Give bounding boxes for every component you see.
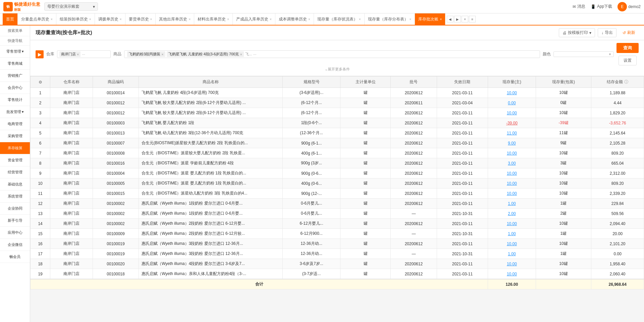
tab-cailiao[interactable]: 材料出库单历史×	[194, 13, 233, 25]
sidebar-item-ecommerce[interactable]: 电商管理	[0, 118, 30, 130]
close-icon[interactable]: ×	[359, 17, 361, 21]
cell-qty-main[interactable]: 10.00	[488, 148, 536, 158]
export-btn[interactable]: ↓ 导出	[598, 28, 616, 37]
nav-close-btn[interactable]: ×	[462, 16, 468, 22]
close-icon[interactable]: ×	[51, 17, 53, 21]
cell-qty-main[interactable]: 10.00	[488, 108, 536, 118]
cell-batch: 20200612	[391, 168, 437, 178]
close-icon[interactable]: ×	[150, 17, 152, 21]
sidebar-item-marketing[interactable]: 营销推广	[0, 70, 30, 82]
sidebar-item-operations[interactable]: 经营管理	[0, 166, 30, 178]
cell-expire: 2021-03-11	[437, 128, 488, 138]
cell-qty-main[interactable]: 11.00	[488, 128, 536, 138]
close-icon[interactable]: ×	[410, 17, 412, 21]
tab-yaohuo[interactable]: 要货单历史×	[125, 13, 156, 25]
close-icon[interactable]: ×	[189, 17, 191, 21]
workspace-selector[interactable]: 母婴行业演示账套 ▾	[44, 2, 98, 11]
cell-code: 00100014	[93, 88, 139, 98]
close-icon[interactable]: ×	[440, 17, 442, 21]
remove-warehouse-tag[interactable]: ×	[77, 52, 79, 56]
filter-ellipsis[interactable]: ···	[82, 52, 85, 56]
tab-home[interactable]: 首页	[3, 13, 18, 25]
cell-spec: 12-36月幼...	[282, 239, 340, 249]
cell-qty-main[interactable]: 10.00	[488, 269, 536, 279]
tab-xiancun-fenbiao[interactable]: 现存量（库存分布表）×	[365, 13, 415, 25]
cell-qty-main[interactable]: 1.00	[488, 249, 536, 259]
filter-expand-btn[interactable]: ▶	[36, 50, 44, 58]
tab-fenliangpandian[interactable]: 分量盘点单历史×	[18, 13, 56, 25]
close-icon[interactable]: ×	[308, 17, 310, 21]
tab-zuchaichu[interactable]: 组装拆卸单历史×	[56, 13, 95, 25]
color-filter-input[interactable]: ▾	[553, 51, 614, 57]
product-filter-more[interactable]: ···	[253, 52, 256, 56]
table-row: 10 南岸门店 00100005 合生元（BIOSTIME）派星 婴儿配方奶粉 …	[31, 178, 644, 189]
remove-product-tag-1[interactable]: ×	[161, 52, 163, 56]
tab-diaobo[interactable]: 调拨单历史×	[95, 13, 125, 25]
cell-qty-main[interactable]: 10.00	[488, 178, 536, 189]
nav-menu-btn[interactable]: ≡	[469, 16, 476, 22]
close-icon[interactable]: ×	[89, 17, 91, 21]
sidebar-item-basic-info[interactable]: 基础信息	[0, 178, 30, 191]
tab-chanpin[interactable]: 产成品入库单历史×	[233, 13, 275, 25]
cell-qty-main[interactable]: 10.00	[488, 239, 536, 249]
close-icon[interactable]: ×	[120, 17, 122, 21]
tab-chengben[interactable]: 成本调整单历史×	[275, 13, 314, 25]
setting-btn[interactable]: 设置	[619, 56, 637, 65]
product-filter-ellipsis[interactable]: 飞...	[245, 52, 252, 57]
cell-qty-main[interactable]: 0.00	[488, 98, 536, 108]
sidebar-item-guide[interactable]: 新手引导	[0, 215, 30, 227]
sidebar-item-purchase[interactable]: 采购管理	[0, 130, 30, 142]
cell-spec: (6-12个月...	[282, 108, 340, 118]
user-avatar-area[interactable]: E demo2	[618, 2, 641, 11]
app-download-btn[interactable]: 📱 App下载	[591, 4, 612, 9]
close-icon[interactable]: ×	[227, 17, 229, 21]
close-icon[interactable]: ×	[270, 17, 272, 21]
sidebar-item-wholesale[interactable]: 批发管理▾	[0, 106, 30, 118]
sidebar-item-retail-shop[interactable]: 零售商城	[0, 58, 30, 70]
cell-name: 飞鹤星飞帆 婴儿配方奶粉 1段	[139, 118, 283, 128]
sidebar-item-membership[interactable]: 畅会员	[0, 251, 30, 263]
cell-qty-main[interactable]: 9.00	[488, 138, 536, 148]
cell-qty-main[interactable]: 10.00	[488, 88, 536, 98]
cell-name: 惠氏启赋（Wyeth illuma）3段奶粉 爱尔兰进口 12-36月...	[139, 239, 283, 249]
cell-name: 惠氏启赋（Wyeth illuma）4段奶粉 爱尔兰进口 3-6岁及7...	[139, 259, 283, 269]
sidebar-item-members[interactable]: 会员中心	[0, 82, 30, 94]
cell-qty-main[interactable]: 1.00	[488, 199, 536, 209]
cell-qty-main[interactable]: 10.00	[488, 219, 536, 229]
sidebar-item-wechat[interactable]: 企业微信	[0, 239, 30, 251]
template-print-btn[interactable]: 🖨 按模板打印 ▾	[559, 28, 595, 37]
tab-pici[interactable]: 库存批次账×	[415, 13, 445, 25]
tab-qitachuku[interactable]: 其他出库单历史×	[156, 13, 194, 25]
nav-left-btn[interactable]: ◀	[447, 16, 453, 22]
cell-qty-main[interactable]: -39.00	[488, 118, 536, 128]
cell-qty-main[interactable]: 3.00	[488, 158, 536, 168]
cell-spec: 6-12月900...	[282, 229, 340, 239]
sidebar-item-retail-mgmt[interactable]: 零售管理▾	[0, 46, 30, 58]
nav-right-btn[interactable]: ▶	[454, 16, 461, 22]
remove-product-tag-2[interactable]: ×	[240, 52, 242, 56]
sidebar-item-retail-stats[interactable]: 零售统计	[0, 94, 30, 106]
tab-xiancun-zhuangkuang[interactable]: 现存量（库存状况表）×	[314, 13, 365, 25]
product-filter-input[interactable]: 飞鹤奶粉3段丙搪装 × 飞鹤星飞帆 儿童奶粉 4段(3-6岁适用) 700克 ×…	[124, 50, 540, 58]
sidebar-item-apps[interactable]: 应用中心	[0, 227, 30, 239]
sidebar-item-inventory[interactable]: 库存核算	[0, 142, 30, 154]
sidebar-item-nav[interactable]: 快捷导航	[0, 36, 30, 46]
cell-spec: 3-6岁及7岁...	[282, 259, 340, 269]
cell-qty-main[interactable]: 10.00	[488, 259, 536, 269]
sidebar-item-system[interactable]: 系统管理	[0, 191, 30, 203]
cell-warehouse: 南岸门店	[50, 209, 93, 219]
cell-qty-main[interactable]: 10.00	[488, 189, 536, 199]
sidebar-item-search[interactable]: 搜索英单	[0, 25, 30, 36]
cell-qty-main[interactable]: 1.00	[488, 229, 536, 239]
sidebar-item-finance[interactable]: 资金管理	[0, 154, 30, 166]
message-btn[interactable]: ✉ 消息	[573, 4, 585, 9]
warehouse-filter-input[interactable]: 南岸门店 × ···	[57, 50, 111, 58]
query-btn[interactable]: 查询	[616, 43, 639, 53]
cell-code: 00100018	[93, 269, 139, 279]
th-settings[interactable]: ⚙	[31, 76, 50, 88]
sidebar-item-enterprise[interactable]: 企业协同	[0, 203, 30, 215]
expand-more-btn[interactable]: ⌄ 展开更多条件	[36, 65, 639, 73]
refresh-btn[interactable]: ↺ 刷新	[619, 29, 639, 37]
cell-qty-main[interactable]: 10.00	[488, 168, 536, 178]
cell-qty-main[interactable]: 2.00	[488, 209, 536, 219]
